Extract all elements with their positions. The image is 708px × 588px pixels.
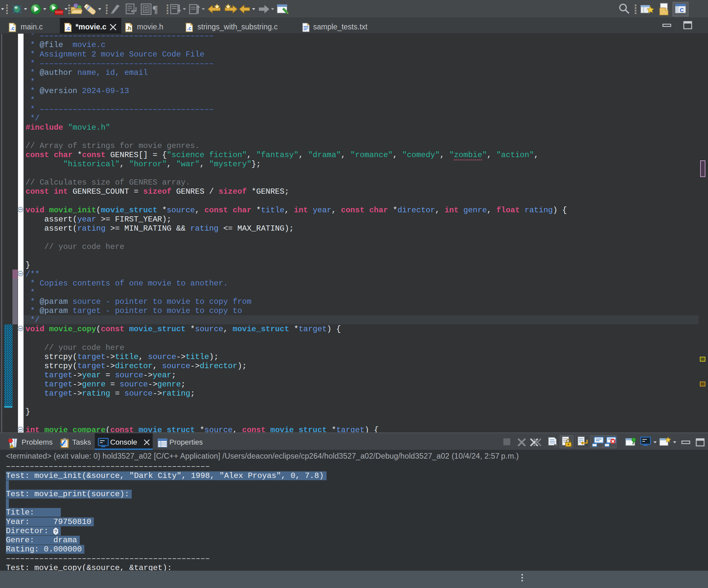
svg-text:.h: .h <box>126 26 131 31</box>
svg-text:C: C <box>680 7 684 13</box>
svg-text:.c: .c <box>10 26 14 31</box>
svg-text:.c: .c <box>187 26 191 31</box>
svg-text:.c: .c <box>66 26 70 31</box>
